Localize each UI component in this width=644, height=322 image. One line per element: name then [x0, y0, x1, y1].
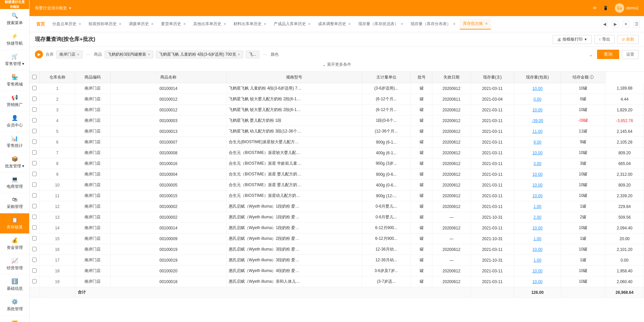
row-qty-main-0[interactable]: 10.00 — [532, 86, 542, 91]
nav-tab-10[interactable]: 库存批次账✕ — [460, 19, 491, 30]
sidebar-item-企业协同[interactable]: 🤝企业协同 — [0, 316, 29, 322]
nav-tab-2[interactable]: 调拨单历史✕ — [125, 19, 157, 30]
sidebar-item-零售统计[interactable]: 📊零售统计 — [0, 132, 29, 152]
nav-tab-close-4[interactable]: ✕ — [223, 22, 226, 26]
nav-tab-close-3[interactable]: ✕ — [183, 22, 186, 26]
row-checkbox-12[interactable] — [32, 215, 37, 219]
nav-next-btn[interactable]: ▶ — [612, 21, 619, 28]
row-qty-main-17[interactable]: 10.00 — [532, 269, 542, 273]
row-qty-main-2[interactable]: 10.00 — [532, 108, 542, 112]
nav-prev-btn[interactable]: ◀ — [601, 21, 608, 28]
nav-close-btn[interactable]: ✕ — [623, 21, 629, 28]
sidebar-item-系统管理[interactable]: ⚙️系统管理 — [0, 295, 29, 316]
app-download-btn[interactable]: 📱 — [603, 6, 609, 10]
color-dropdown-icon[interactable]: ⌄ — [589, 51, 593, 58]
nav-tab-4[interactable]: 其他出库单历史✕ — [190, 19, 229, 30]
nav-tab-1[interactable]: 组装拆卸单历史✕ — [85, 19, 125, 30]
row-qty-main-9[interactable]: 10.00 — [532, 183, 542, 187]
row-checkbox-7[interactable] — [32, 161, 37, 165]
row-checkbox-14[interactable] — [32, 236, 37, 240]
row-checkbox-18[interactable] — [32, 279, 37, 283]
nav-tab-0[interactable]: 分盘点单历史✕ — [49, 19, 85, 30]
user-avatar[interactable]: Ea demo2 — [615, 3, 639, 13]
row-qty-main-3[interactable]: -39.00 — [532, 118, 543, 123]
sidebar-item-批发管理[interactable]: 📦批发管理 ▾ — [0, 152, 29, 173]
nav-tab-8[interactable]: 现存量（库存状况表）✕ — [355, 19, 407, 30]
nav-tab-5[interactable]: 材料出库单历史✕ — [230, 19, 270, 30]
nav-tab-7[interactable]: 成本调整单历史✕ — [315, 19, 354, 30]
sidebar-item-搜索菜单[interactable]: 🔍搜索菜单 — [0, 9, 29, 30]
sidebar-item-资金管理[interactable]: 💰资金管理 — [0, 234, 29, 254]
sidebar-item-库存核算[interactable]: 📋库存核算 — [0, 213, 29, 234]
nav-tab-close-9[interactable]: ✕ — [453, 22, 455, 26]
nav-tab-close-7[interactable]: ✕ — [348, 22, 351, 26]
warehouse-tag[interactable]: 南岸门店 ✕ — [56, 51, 83, 58]
sidebar-item-电商管理[interactable]: 💻电商管理 — [0, 173, 29, 193]
row-checkbox-2[interactable] — [32, 107, 37, 112]
print-btn[interactable]: 🖨 按模板打印 ▼ — [553, 35, 592, 44]
refresh-btn[interactable]: ↺ 刷新 — [617, 35, 639, 44]
row-qty-main-7[interactable]: 3.00 — [534, 161, 541, 166]
row-qty-main-5[interactable]: 9.00 — [534, 140, 541, 145]
sidebar-item-经营管理[interactable]: 📈经营管理 — [0, 254, 29, 275]
sidebar-item-营销推广[interactable]: 📢营销推广 — [0, 91, 29, 111]
sidebar-item-采购管理[interactable]: 🛍采购管理 — [0, 193, 29, 213]
sidebar-item-快捷导航[interactable]: ⚡快捷导航 — [0, 30, 29, 50]
product-tag-1-remove[interactable]: ✕ — [148, 53, 150, 56]
warehouse-remove-icon[interactable]: ✕ — [77, 53, 79, 56]
row-qty-main-13[interactable]: 10.00 — [532, 226, 542, 230]
row-qty-main-15[interactable]: 10.00 — [532, 247, 542, 252]
export-btn[interactable]: ↑ 导出 — [594, 35, 614, 44]
breadcrumb[interactable]: 母婴行业演示账套 ▼ — [35, 5, 72, 11]
product-tag-2-remove[interactable]: ✕ — [237, 53, 240, 56]
row-checkbox-6[interactable] — [32, 150, 37, 155]
row-qty-main-6[interactable]: 10.00 — [532, 151, 542, 155]
nav-tab-close-8[interactable]: ✕ — [400, 22, 403, 26]
nav-tab-close-0[interactable]: ✕ — [78, 22, 81, 26]
messages-btn[interactable]: ✉ — [593, 6, 598, 10]
nav-tab-close-2[interactable]: ✕ — [151, 22, 154, 26]
row-checkbox-9[interactable] — [32, 182, 37, 187]
nav-home[interactable]: 首页 — [34, 20, 48, 29]
row-qty-main-4[interactable]: 11.00 — [532, 129, 542, 134]
nav-tab-close-5[interactable]: ✕ — [264, 22, 266, 26]
row-checkbox-0[interactable] — [32, 86, 37, 90]
filter-toggle-btn[interactable]: ▶ — [35, 50, 43, 58]
row-qty-main-10[interactable]: 10.00 — [532, 194, 542, 198]
row-qty-main-1[interactable]: 0.00 — [534, 97, 541, 102]
nav-tab-close-1[interactable]: ✕ — [119, 22, 121, 26]
row-checkbox-15[interactable] — [32, 247, 37, 251]
product-tag-1[interactable]: 飞鹤奶粉3段丙罐擦装 ✕ — [105, 51, 153, 58]
nav-tab-6[interactable]: 产成品入库单历史✕ — [270, 19, 314, 30]
sidebar-item-会员中心[interactable]: 👤会员中心 — [0, 111, 29, 132]
nav-menu-btn[interactable]: ☰ — [633, 21, 640, 28]
row-qty-main-18[interactable]: 10.00 — [532, 279, 542, 284]
row-checkbox-13[interactable] — [32, 225, 37, 230]
sidebar-item-零售商城[interactable]: 🏪零售商城 — [0, 70, 29, 91]
setting-btn[interactable]: 设置 — [622, 50, 639, 59]
row-checkbox-3[interactable] — [32, 118, 37, 122]
row-checkbox-11[interactable] — [32, 204, 37, 208]
row-qty-main-8[interactable]: 10.00 — [532, 172, 542, 177]
row-qty-main-14[interactable]: 1.00 — [534, 236, 541, 241]
row-qty-main-11[interactable]: 1.00 — [534, 204, 541, 209]
row-qty-main-12[interactable]: 2.00 — [534, 215, 541, 220]
nav-tab-9[interactable]: 现存量（库存分布表）✕ — [407, 19, 459, 30]
row-qty-main-16[interactable]: 1.00 — [534, 258, 541, 263]
sidebar-item-零售管理[interactable]: 🛒零售管理 ▾ — [0, 50, 29, 70]
sidebar-item-基础信息[interactable]: ℹ️基础信息 — [0, 275, 29, 295]
row-checkbox-10[interactable] — [32, 193, 37, 198]
row-checkbox-4[interactable] — [32, 129, 37, 133]
row-checkbox-17[interactable] — [32, 268, 37, 273]
nav-tab-close-6[interactable]: ✕ — [308, 22, 311, 26]
row-checkbox-16[interactable] — [32, 258, 37, 262]
row-checkbox-8[interactable] — [32, 172, 37, 176]
nav-tab-3[interactable]: 要货单历史✕ — [158, 19, 189, 30]
product-tag-more[interactable]: 飞... — [246, 51, 259, 58]
product-tag-2[interactable]: 飞鹤星飞帆 儿童奶粉 4段(3-6岁适用) 700克 ✕ — [156, 51, 243, 58]
expand-conditions-btn[interactable]: ⌄ 展开更多条件 — [35, 60, 639, 69]
select-all-checkbox[interactable] — [32, 75, 37, 79]
nav-tab-close-10[interactable]: ✕ — [485, 22, 488, 25]
query-btn[interactable]: 查询 — [597, 50, 619, 59]
row-checkbox-1[interactable] — [32, 97, 37, 101]
